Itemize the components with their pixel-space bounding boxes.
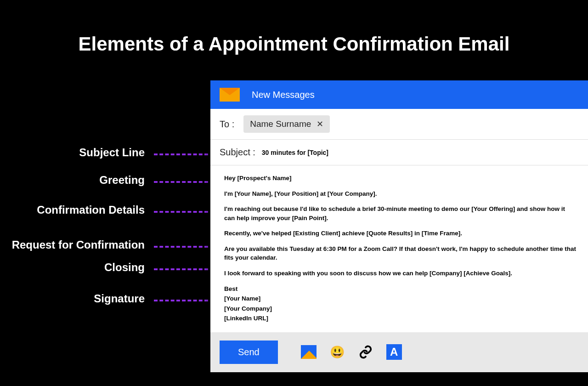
to-row: To : Name Surname ✕ [210,109,588,140]
body-closing: I look forward to speaking with you soon… [224,269,577,278]
recipient-chip-text: Name Surname [250,119,311,129]
insert-image-icon[interactable] [301,345,317,359]
connector-signature [154,300,208,301]
body-greeting: Hey [Prospect's Name] [224,174,577,183]
label-subject-line: Subject Line [79,146,145,159]
send-button[interactable]: Send [220,341,278,364]
connector-greeting [154,181,208,183]
label-confirmation-details: Confirmation Details [37,204,145,216]
compose-title: New Messages [252,90,315,100]
subject-row: Subject : 30 minutes for [Topic] [210,140,588,165]
toolbar-icons: 😃 A [301,344,402,360]
compose-window: New Messages To : Name Surname ✕ Subject… [210,80,588,372]
body-signoff-1: Best [224,284,577,294]
connector-confirmation-details [154,211,208,213]
label-request-confirmation: Request for Confirmation [12,238,145,251]
subject-value[interactable]: 30 minutes for [Topic] [262,149,328,156]
email-body[interactable]: Hey [Prospect's Name] I'm [Your Name], [… [210,165,588,332]
subject-label: Subject : [220,147,255,158]
recipient-chip[interactable]: Name Surname ✕ [243,115,330,133]
to-label: To : [220,119,234,130]
body-intro: I'm [Your Name], [Your Position] at [You… [224,189,577,199]
emoji-icon[interactable]: 😃 [329,345,345,359]
label-signature: Signature [94,292,145,305]
body-request: Are you available this Tuesday at 6:30 P… [224,244,577,262]
close-icon[interactable]: ✕ [317,119,323,129]
body-details: I'm reaching out because I'd like to sch… [224,204,577,222]
body-signoff-3: [Your Company] [224,304,577,313]
attachment-icon[interactable] [358,345,373,359]
diagram-stage: Subject Line Greeting Confirmation Detai… [0,0,588,386]
text-format-icon[interactable]: A [386,344,402,360]
label-closing: Closing [104,261,145,274]
body-signoff-2: [Your Name] [224,294,577,303]
compose-header: New Messages [210,80,588,109]
body-proof: Recently, we've helped [Existing Client]… [224,229,577,238]
connector-request-confirmation [154,246,208,248]
connector-closing [154,268,208,270]
envelope-icon [220,88,240,102]
label-greeting: Greeting [99,174,145,187]
compose-footer: Send 😃 A [210,332,588,372]
connector-subject-line [154,153,208,155]
body-signoff-4: [LinkedIn URL] [224,314,577,323]
